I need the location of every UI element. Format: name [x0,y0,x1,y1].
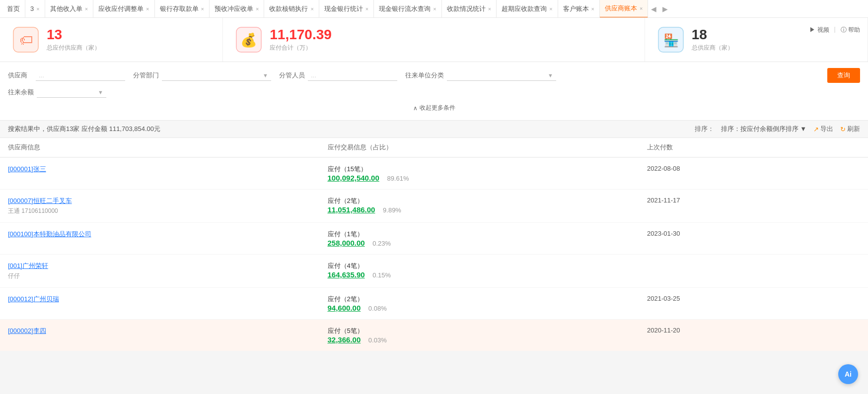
tx-percent-4: 0.15% [372,271,391,279]
tx-amount-4[interactable]: 164,635.90 [328,270,365,279]
nav-tab-receipt-verify-label: 收款核销执行 [269,4,308,13]
nav-tab-other-income[interactable]: 其他收入单 × [45,0,93,18]
nav-tab-cash-bank-flow-label: 现金银行流水查询 [379,4,431,13]
tx-label-4: 应付（4笔） [328,262,648,270]
nav-tab-ar-ap-adjust-close[interactable]: × [146,6,149,12]
nav-tab-home-label: 首页 [7,4,20,13]
nav-tab-bank-deposit-close[interactable]: × [201,6,204,12]
collapse-button[interactable]: ∧ 收起更多条件 [413,102,455,114]
table-row: [000002]李四 应付（5笔） 32,366.00 0.03% 2020-1… [0,320,868,351]
tx-amount-6[interactable]: 32,366.00 [328,335,361,344]
stat-info-payable: 11,170.39 应付合计（万） [270,28,332,52]
filter-item-category: 往来单位分类 ▼ [405,70,556,81]
filter-supplier-input[interactable] [36,70,125,81]
sort-chevron-icon: ▼ [800,125,806,132]
nav-tab-cash-bank-stat[interactable]: 现金银行统计 × [319,0,374,18]
supplier-link-4[interactable]: [001]广州荣轩 [8,262,48,269]
stat-total-suppliers-number: 18 [692,28,733,42]
refresh-icon: ↻ [840,126,846,133]
filter-person-label: 分管人员 [279,71,305,80]
col-header-supplier: 供应商信息 [8,143,328,152]
nav-tab-supplier-book-close[interactable]: × [640,5,643,11]
nav-tab-bank-deposit-label: 银行存取款单 [160,4,199,13]
tx-amount-2[interactable]: 11,051,486.00 [328,205,375,214]
nav-tab-ar-ap-adjust[interactable]: 应收应付调整单 × [93,0,154,18]
nav-tab-prepay-offset-close[interactable]: × [256,6,259,12]
filter-item-supplier: 供应商 [8,70,125,81]
tx-info-6: 应付（5笔） 32,366.00 0.03% [328,327,648,344]
table-row: [000001]张三 应付（15笔） 100,092,540.00 89.61%… [0,158,868,190]
filter-person-input[interactable] [308,70,397,81]
nav-arrow-left[interactable]: ◀ [648,5,659,13]
stat-info-suppliers: 13 总应付供应商（家） [47,28,100,52]
nav-tab-cash-bank-stat-label: 现金银行统计 [324,4,363,13]
supplier-link-3[interactable]: [000100]本特勤油品有限公司 [8,230,91,238]
nav-tab-overdue-ar-close[interactable]: × [549,6,552,12]
supplier-link-2[interactable]: [000007]恒旺二手叉车 [8,197,72,204]
tx-amount-3[interactable]: 258,000.00 [328,239,365,247]
last-pay-5: 2021-03-25 [647,295,860,302]
filter-category-select[interactable] [447,70,556,81]
stat-total-suppliers-label: 总供应商（家） [692,44,733,52]
col-header-last-pay: 上次付数 [647,143,860,152]
nav-tab-3-label: 3 [30,5,34,12]
last-pay-3: 2023-01-30 [647,230,860,237]
tx-label-6: 应付（5笔） [328,327,648,335]
query-button[interactable]: 查询 [827,68,860,83]
nav-tab-cash-bank-flow-close[interactable]: × [433,6,436,12]
supplier-link-6[interactable]: [000002]李四 [8,327,46,334]
nav-tab-ar-ap-adjust-label: 应收应付调整单 [98,4,144,13]
export-button[interactable]: ↗ 导出 [813,125,833,133]
help-link[interactable]: ⓘ 帮助 [841,26,860,34]
filter-category-wrap: ▼ [447,70,556,81]
stat-payable-number: 11,170.39 [270,28,332,42]
sort-label: 排序： [695,125,714,133]
filter-row-2: 往来余额 ▼ [8,87,860,98]
supplier-icon: 🏷 [12,26,40,54]
nav-tab-3-close[interactable]: × [36,6,39,12]
store-icon: 🏪 [657,26,685,54]
nav-tab-bank-deposit[interactable]: 银行存取款单 × [155,0,210,18]
svg-text:💰: 💰 [240,32,257,48]
tx-amount-1[interactable]: 100,092,540.00 [328,174,379,182]
nav-tab-overdue-ar[interactable]: 超期应收款查询 × [497,0,558,18]
table-row: [001]广州荣轩 仔仔 应付（4笔） 164,635.90 0.15% [0,255,868,288]
nav-tab-cash-bank-stat-close[interactable]: × [365,6,368,12]
nav-tab-supplier-book-label: 供应商账本 [605,4,637,13]
table-row: [000012]广州贝瑞 应付（2笔） 94,600.00 0.08% 2021… [0,288,868,320]
tx-percent-2: 9.89% [383,206,401,214]
supplier-link-1[interactable]: [000001]张三 [8,165,46,173]
refresh-button[interactable]: ↻ 刷新 [840,125,860,133]
stat-suppliers-number: 13 [47,28,100,42]
video-link[interactable]: ▶ 视频 [809,26,829,34]
supplier-link-5[interactable]: [000012]广州贝瑞 [8,295,59,303]
nav-tab-cash-bank-flow[interactable]: 现金银行流水查询 × [374,0,441,18]
tx-amount-5[interactable]: 94,600.00 [328,304,361,312]
nav-tab-receipt-verify[interactable]: 收款核销执行 × [264,0,319,18]
nav-tab-prepay-offset[interactable]: 预收冲应收单 × [210,0,264,18]
filter-category-label: 往来单位分类 [405,71,444,80]
nav-tab-home[interactable]: 首页 [2,0,25,18]
filter-balance-select[interactable] [37,87,106,98]
tx-percent-5: 0.08% [368,305,387,312]
nav-tab-customer-book[interactable]: 客户账本 × [558,0,600,18]
stat-block-total-suppliers: 🏪 18 总供应商（家） [645,18,868,62]
nav-arrow-right[interactable]: ▶ [659,5,671,13]
sort-select[interactable]: 排序：按应付余额倒序排序 ▼ [721,125,807,133]
filter-dept-select[interactable] [162,70,271,81]
nav-tab-receipt-verify-close[interactable]: × [310,6,313,12]
filter-row-1: 供应商 分管部门 ▼ 分管人员 往来单位分类 ▼ [8,68,860,83]
tx-percent-3: 0.23% [372,240,391,247]
nav-tab-other-income-close[interactable]: × [85,6,88,12]
last-pay-1: 2022-08-08 [647,165,860,172]
nav-tab-supplier-book[interactable]: 供应商账本 × [600,0,648,18]
stat-actions: ▶ 视频 | ⓘ 帮助 [809,26,860,34]
stat-suppliers-label: 总应付供应商（家） [47,44,100,52]
results-summary: 搜索结果中，供应商13家 应付金额 111,703,854.00元 [8,125,160,133]
table-row: [000100]本特勤油品有限公司 应付（1笔） 258,000.00 0.23… [0,223,868,255]
nav-tab-customer-book-close[interactable]: × [591,6,594,12]
nav-tab-receipt-stat-close[interactable]: × [488,6,491,12]
nav-tab-receipt-stat[interactable]: 收款情况统计 × [442,0,497,18]
tx-info-5: 应付（2笔） 94,600.00 0.08% [328,295,648,312]
nav-tab-3[interactable]: 3 × [25,0,45,18]
